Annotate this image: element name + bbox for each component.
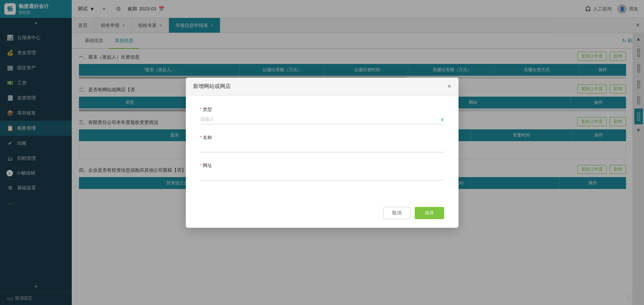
required-star: * (200, 135, 202, 140)
required-star: * (200, 107, 202, 112)
required-star: * (200, 163, 202, 168)
dropdown-arrow-icon[interactable]: ∨ (441, 116, 444, 122)
form-field-type: * 类型 ∨ (200, 106, 444, 124)
name-input-row (200, 142, 444, 152)
form-field-name: * 名称 (200, 134, 444, 152)
name-input[interactable] (200, 142, 444, 152)
dialog-body: * 类型 ∨ * 名称 (186, 96, 459, 201)
add-website-dialog: 新增网站或网店 × * 类型 ∨ * 名称 (186, 78, 459, 228)
cancel-button[interactable]: 取消 (383, 207, 410, 219)
dialog-close-btn[interactable]: × (447, 83, 451, 90)
label-text: 类型 (203, 106, 212, 113)
type-input-row: ∨ (200, 114, 444, 124)
url-input-row (200, 170, 444, 180)
label-text: 网址 (203, 162, 212, 169)
dialog-footer: 取消 保存 (186, 201, 459, 228)
dialog-title: 新增网站或网店 (193, 83, 231, 90)
field-type-label: * 类型 (200, 106, 444, 113)
modal-overlay: 新增网站或网店 × * 类型 ∨ * 名称 (0, 0, 644, 305)
label-text: 名称 (203, 134, 212, 141)
form-field-url: * 网址 (200, 162, 444, 180)
type-input[interactable] (200, 114, 444, 124)
save-button[interactable]: 保存 (415, 207, 444, 219)
field-url-label: * 网址 (200, 162, 444, 169)
url-input[interactable] (200, 170, 444, 180)
field-name-label: * 名称 (200, 134, 444, 141)
dialog-header: 新增网站或网店 × (186, 78, 459, 96)
